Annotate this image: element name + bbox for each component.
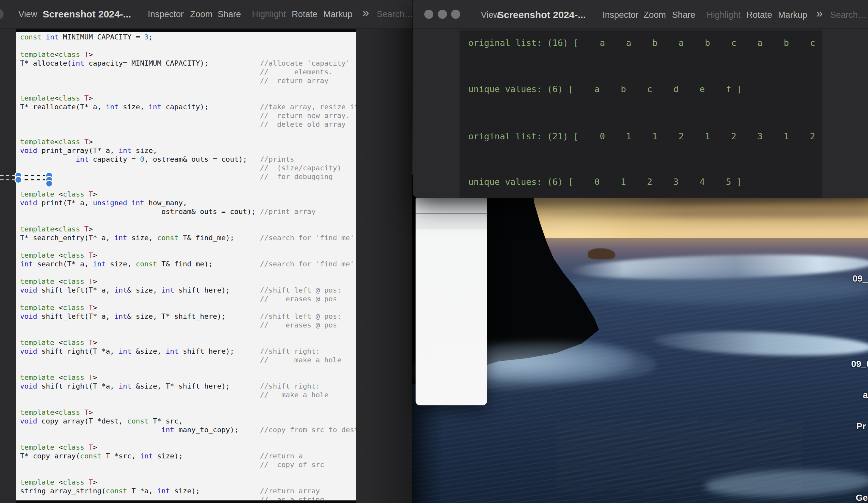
preview-window-code: View Screenshot 2024-... Inspector Zoom … xyxy=(0,0,412,503)
terminal-line: unique values: (6) [ 0 1 2 3 4 5 ] xyxy=(468,177,742,187)
highlight-button[interactable]: Highlight xyxy=(252,9,286,19)
traffic-light-zoom[interactable] xyxy=(451,10,460,19)
zoom-button[interactable]: Zoom xyxy=(643,10,666,20)
rotate-button[interactable]: Rotate xyxy=(746,10,772,20)
annotation-handle[interactable] xyxy=(46,180,53,187)
right-toolbar: View Screenshot 2024-... Inspector Zoom … xyxy=(413,0,868,29)
rotate-button[interactable]: Rotate xyxy=(292,9,318,19)
traffic-light-close[interactable] xyxy=(424,10,433,19)
zoom-button[interactable]: Zoom xyxy=(190,9,213,19)
inspector-button[interactable]: Inspector xyxy=(602,10,638,20)
desktop-file-label-line2: a xyxy=(851,390,868,400)
traffic-light-minimize[interactable] xyxy=(438,10,447,19)
terminal-line: unique values: (6) [ a b c d e f ] xyxy=(468,84,742,94)
desktop-file-label[interactable]: 09_ xyxy=(852,273,868,284)
desktop-file-label-line1: 09_0 xyxy=(851,359,868,369)
terminal-screenshot-image: original list: (16) [ a a b a b c a b c … xyxy=(459,30,822,198)
wallpaper-distant-rock xyxy=(588,248,615,259)
background-white-window[interactable] xyxy=(415,198,487,405)
view-menu-button[interactable]: View xyxy=(19,9,37,19)
white-window-band xyxy=(415,214,487,229)
white-window-divider xyxy=(415,229,487,229)
toolbar-overflow-chevron-icon[interactable]: » xyxy=(363,6,369,20)
view-menu-button[interactable]: View xyxy=(481,10,500,20)
code-image-border xyxy=(16,500,356,503)
inspector-button[interactable]: Inspector xyxy=(148,9,184,19)
wallpaper-wave-foam xyxy=(556,274,868,303)
left-window-content: const int MINIMUM_CAPACITY = 3;template<… xyxy=(0,29,412,503)
window-title: Screenshot 2024-... xyxy=(497,9,586,20)
annotation-handle[interactable] xyxy=(15,177,22,183)
share-button[interactable]: Share xyxy=(218,9,241,19)
code-screenshot-image: const int MINIMUM_CAPACITY = 3;template<… xyxy=(16,32,356,500)
right-window-content: original list: (16) [ a a b a b c a b c … xyxy=(413,29,868,198)
desktop-file-label[interactable]: Pr xyxy=(856,421,866,431)
code-image-text: const int MINIMUM_CAPACITY = 3;template<… xyxy=(20,33,356,500)
markup-button[interactable]: Markup xyxy=(778,10,807,20)
traffic-light-partial[interactable] xyxy=(0,9,3,20)
terminal-line: original list: (16) [ a a b a b c a b c xyxy=(468,38,815,48)
desktop-file-label[interactable]: Ge xyxy=(856,493,868,503)
toolbar-overflow-chevron-icon[interactable]: » xyxy=(816,7,823,20)
window-title: Screenshot 2024-... xyxy=(43,9,131,20)
left-toolbar: View Screenshot 2024-... Inspector Zoom … xyxy=(0,0,412,29)
markup-annotation xyxy=(0,168,74,195)
code-image-border xyxy=(16,29,356,32)
share-button[interactable]: Share xyxy=(672,10,695,20)
highlight-button[interactable]: Highlight xyxy=(706,10,741,20)
window-edge-shadow xyxy=(363,29,412,503)
search-field[interactable]: Search… xyxy=(377,9,412,19)
desktop-file-label[interactable]: 09_0 a xyxy=(851,338,868,421)
preview-window-terminal: View Screenshot 2024-... Inspector Zoom … xyxy=(413,0,868,198)
search-field[interactable]: Search… xyxy=(830,10,867,20)
terminal-line: original list: (21) [ 0 1 1 2 1 2 3 1 2 xyxy=(468,131,815,141)
markup-button[interactable]: Markup xyxy=(323,9,352,19)
desktop-screen: 09_ 09_0 a Pr Ge View Screenshot 2024-..… xyxy=(0,0,868,503)
